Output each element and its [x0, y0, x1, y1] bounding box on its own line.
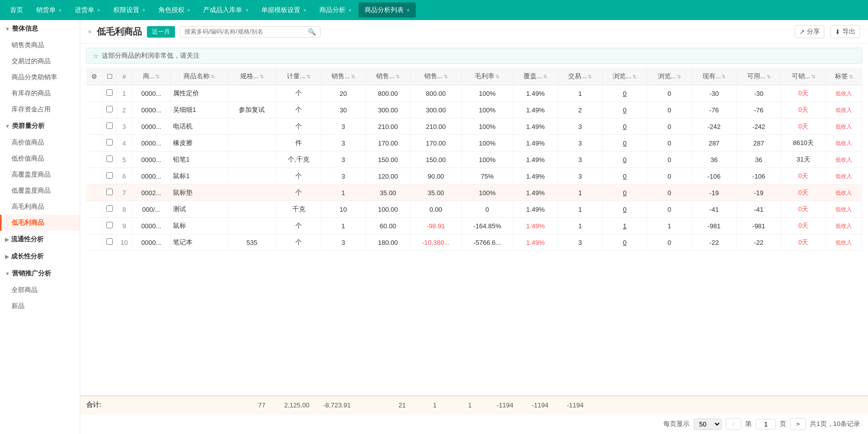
settings-cell[interactable] [86, 102, 103, 118]
close-icon[interactable]: × [245, 8, 248, 13]
settings-cell[interactable] [86, 168, 103, 185]
sidebar-collapse-icon[interactable]: « [88, 28, 92, 35]
trade-count[interactable]: 1 [602, 218, 647, 234]
col-tag[interactable]: 标签⇅ [826, 68, 862, 85]
checkbox-cell[interactable] [103, 234, 117, 251]
settings-cell[interactable] [86, 185, 103, 201]
sidebar-item-all-products[interactable]: 全部商品 [0, 282, 80, 298]
row-checkbox[interactable] [106, 205, 113, 212]
trade-link[interactable]: 1 [623, 222, 626, 230]
col-gross-pct[interactable]: 毛利率⇅ [461, 68, 513, 85]
row-checkbox[interactable] [106, 106, 113, 112]
col-price[interactable]: 销售...⇅ [366, 68, 410, 85]
trade-count[interactable]: 0 [602, 135, 647, 152]
settings-cell[interactable] [86, 201, 103, 218]
sidebar-item-traded-products[interactable]: 交易过的商品 [0, 53, 80, 69]
trade-link[interactable]: 0 [623, 123, 626, 130]
close-icon[interactable]: × [303, 8, 306, 13]
col-sale[interactable]: 销售...⇅ [410, 68, 461, 85]
sidebar-item-in-stock[interactable]: 有库存的商品 [0, 85, 80, 101]
col-settings[interactable]: ⚙ [86, 68, 103, 85]
trade-link[interactable]: 0 [623, 156, 626, 164]
sidebar-item-new-products[interactable]: 新品 [0, 298, 80, 314]
checkbox-cell[interactable] [103, 152, 117, 168]
checkbox-cell[interactable] [103, 218, 117, 234]
col-spec[interactable]: 规格...⇅ [228, 68, 276, 85]
settings-cell[interactable] [86, 85, 103, 102]
col-name[interactable]: 商品名称⇅ [170, 68, 227, 85]
col-saleable[interactable]: 可销...⇅ [781, 68, 826, 85]
sidebar-item-sales-products[interactable]: 销售类商品 [0, 37, 80, 53]
filter-recent-month-button[interactable]: 近一月 [147, 26, 175, 38]
col-browse1[interactable]: 浏览...⇅ [602, 68, 647, 85]
close-icon[interactable]: × [97, 8, 100, 13]
checkbox-cell[interactable] [103, 85, 117, 102]
sidebar-group-flow[interactable]: ▶ 流通性分析 [0, 231, 80, 248]
checkbox-cell[interactable] [103, 168, 117, 185]
close-icon[interactable]: × [407, 8, 410, 13]
sidebar-item-stock-funds[interactable]: 库存资金占用 [0, 101, 80, 117]
trade-count[interactable]: 0 [602, 85, 647, 102]
trade-link[interactable]: 0 [623, 239, 626, 246]
row-checkbox[interactable] [106, 139, 113, 146]
prev-page-button[interactable]: ＜ [726, 418, 741, 430]
nav-role-auth[interactable]: 角色授权 × [152, 3, 197, 18]
checkbox-cell[interactable] [103, 102, 117, 118]
close-icon[interactable]: × [188, 8, 191, 13]
sidebar-item-high-coverage[interactable]: 高覆盖度商品 [0, 167, 80, 183]
col-code[interactable]: 商...⇅ [132, 68, 171, 85]
row-checkbox[interactable] [106, 156, 113, 162]
nav-product-analysis[interactable]: 商品分析 × [313, 3, 358, 18]
trade-link[interactable]: 0 [623, 139, 626, 147]
sidebar-item-low-margin[interactable]: 低毛利商品 [0, 215, 80, 231]
row-checkbox[interactable] [106, 89, 113, 96]
col-available[interactable]: 可用...⇅ [737, 68, 781, 85]
checkbox-cell[interactable] [103, 201, 117, 218]
col-qty[interactable]: 销售...⇅ [321, 68, 366, 85]
trade-link[interactable]: 0 [623, 90, 626, 97]
trade-count[interactable]: 0 [602, 152, 647, 168]
sidebar-group-growth[interactable]: ▶ 成长性分析 [0, 248, 80, 265]
export-button[interactable]: ⬇ 导出 [830, 25, 860, 38]
trade-count[interactable]: 0 [602, 185, 647, 201]
nav-home[interactable]: 首页 [4, 3, 29, 18]
trade-link[interactable]: 0 [623, 173, 626, 180]
next-page-button[interactable]: ＞ [790, 418, 806, 430]
trade-link[interactable]: 0 [623, 206, 626, 213]
sidebar-item-low-value[interactable]: 低价值商品 [0, 151, 80, 167]
sidebar-item-high-margin[interactable]: 高毛利商品 [0, 199, 80, 215]
trade-count[interactable]: 0 [602, 118, 647, 135]
nav-template-settings[interactable]: 单据模板设置 × [255, 3, 312, 18]
page-input[interactable] [756, 419, 776, 429]
row-checkbox[interactable] [106, 238, 113, 245]
nav-product-storage[interactable]: 产成品入库单 × [197, 3, 254, 18]
sidebar-item-high-value[interactable]: 高价值商品 [0, 134, 80, 151]
checkbox-cell[interactable] [103, 118, 117, 135]
row-checkbox[interactable] [106, 172, 113, 179]
settings-cell[interactable] [86, 234, 103, 251]
sidebar-group-cluster[interactable]: ▼ 类群量分析 [0, 117, 80, 134]
col-current-stock[interactable]: 现有...⇅ [691, 68, 736, 85]
sidebar-group-overall[interactable]: ▼ 整体信息 [0, 20, 80, 37]
col-trade[interactable]: 交易...⇅ [558, 68, 602, 85]
search-icon[interactable]: 🔍 [308, 28, 316, 36]
row-checkbox[interactable] [106, 189, 113, 195]
nav-sales-order[interactable]: 销货单 × [30, 3, 68, 18]
trade-count[interactable]: 0 [602, 102, 647, 118]
nav-product-analysis-list[interactable]: 商品分析列表 × [359, 3, 416, 18]
sidebar-group-marketing[interactable]: ▼ 营销推广分析 [0, 265, 80, 282]
per-page-select[interactable]: 50 20 100 [693, 418, 722, 430]
settings-cell[interactable] [86, 152, 103, 168]
checkbox-cell[interactable] [103, 185, 117, 201]
close-icon[interactable]: × [59, 8, 62, 13]
row-checkbox[interactable] [106, 222, 113, 228]
trade-count[interactable]: 0 [602, 168, 647, 185]
trade-count[interactable]: 0 [602, 234, 647, 251]
settings-cell[interactable] [86, 135, 103, 152]
trade-count[interactable]: 0 [602, 201, 647, 218]
close-icon[interactable]: × [142, 8, 145, 13]
close-icon[interactable]: × [349, 8, 352, 13]
nav-permissions[interactable]: 权限设置 × [107, 3, 151, 18]
trade-link[interactable]: 0 [623, 189, 626, 197]
nav-purchase-order[interactable]: 进货单 × [69, 3, 106, 18]
